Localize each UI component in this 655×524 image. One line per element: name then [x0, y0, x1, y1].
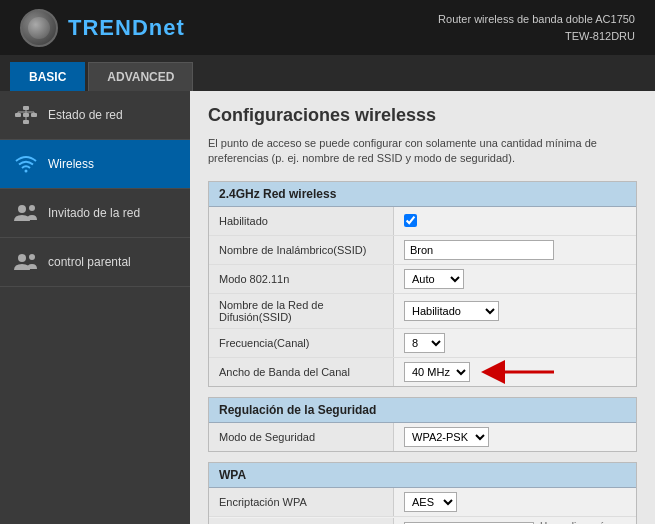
sidebar-item-invitado[interactable]: Invitado de la red	[0, 189, 190, 238]
select-canal[interactable]: 1234567891011	[404, 333, 445, 353]
value-security-mode: WPA2-PSK WPA-PSK WEP None	[394, 423, 636, 451]
label-password: Contraseña WAP	[209, 518, 394, 524]
sidebar-item-estado[interactable]: Estado de red	[0, 91, 190, 140]
tab-basic[interactable]: BASIC	[10, 62, 85, 91]
network-icon	[14, 103, 38, 127]
select-ancho[interactable]: 20 MHz 40 MHz Auto	[404, 362, 470, 382]
label-security-mode: Modo de Seguridad	[209, 423, 394, 451]
row-password: Contraseña WAP Haga clic aquí para mostr…	[209, 517, 636, 524]
label-ssid: Nombre de Inalámbrico(SSID)	[209, 236, 394, 264]
row-modo: Modo 802.11n Auto N only Mixed	[209, 265, 636, 294]
svg-rect-4	[23, 120, 29, 124]
select-security-mode[interactable]: WPA2-PSK WPA-PSK WEP None	[404, 427, 489, 447]
section-24ghz: 2.4GHz Red wireless Habilitado Nombre de…	[208, 181, 637, 387]
row-canal: Frecuencia(Canal) 1234567891011	[209, 329, 636, 358]
sidebar-label-invitado: Invitado de la red	[48, 206, 140, 220]
guest-icon	[14, 201, 38, 225]
section-wpa-body: Encriptación WPA AES TKIP Contraseña WAP…	[209, 488, 636, 524]
svg-rect-1	[15, 113, 21, 117]
row-encryption: Encriptación WPA AES TKIP	[209, 488, 636, 517]
value-canal: 1234567891011	[394, 329, 636, 357]
logo-net: net	[149, 15, 185, 40]
value-difusion: Habilitado Deshabilitado	[394, 297, 636, 325]
tab-advanced[interactable]: ADVANCED	[88, 62, 193, 91]
logo-circle-icon	[20, 9, 58, 47]
svg-rect-3	[31, 113, 37, 117]
header-info: Router wireless de banda doble AC1750 TE…	[438, 11, 635, 44]
select-modo[interactable]: Auto N only Mixed	[404, 269, 464, 289]
section-security-header: Regulación de la Seguridad	[209, 398, 636, 423]
product-line2: TEW-812DRU	[438, 28, 635, 45]
row-security-mode: Modo de Seguridad WPA2-PSK WPA-PSK WEP N…	[209, 423, 636, 451]
section-security: Regulación de la Seguridad Modo de Segur…	[208, 397, 637, 452]
svg-point-11	[25, 170, 28, 173]
parental-icon	[14, 250, 38, 274]
sidebar-label-control: control parental	[48, 255, 131, 269]
value-password: Haga clic aquí para mostrar	[394, 517, 636, 524]
page-title: Configuraciones wirelesss	[208, 105, 637, 126]
page-description: El punto de acceso se puede configurar c…	[208, 136, 637, 167]
content-area: Configuraciones wirelesss El punto de ac…	[190, 91, 655, 524]
value-habilitado	[394, 210, 636, 231]
section-security-body: Modo de Seguridad WPA2-PSK WPA-PSK WEP N…	[209, 423, 636, 451]
row-ssid: Nombre de Inalámbrico(SSID)	[209, 236, 636, 265]
section-24ghz-body: Habilitado Nombre de Inalámbrico(SSID) M…	[209, 207, 636, 386]
sidebar-label-wireless: Wireless	[48, 157, 94, 171]
sidebar-item-wireless[interactable]: Wireless	[0, 140, 190, 189]
sidebar-item-control[interactable]: control parental	[0, 238, 190, 287]
arrow-indicator-icon	[479, 358, 559, 386]
svg-point-12	[18, 205, 26, 213]
logo: TRENDnet	[20, 9, 185, 47]
section-wpa-header: WPA	[209, 463, 636, 488]
value-ancho: 20 MHz 40 MHz Auto	[394, 358, 636, 386]
select-difusion[interactable]: Habilitado Deshabilitado	[404, 301, 499, 321]
value-modo: Auto N only Mixed	[394, 265, 636, 293]
svg-rect-2	[23, 113, 29, 117]
input-ssid[interactable]	[404, 240, 554, 260]
label-difusion: Nombre de la Red de Difusión(SSID)	[209, 294, 394, 328]
row-ancho: Ancho de Banda del Canal 20 MHz 40 MHz A…	[209, 358, 636, 386]
logo-inner-icon	[28, 17, 50, 39]
product-line1: Router wireless de banda doble AC1750	[438, 11, 635, 28]
header: TRENDnet Router wireless de banda doble …	[0, 0, 655, 55]
svg-rect-0	[23, 106, 29, 110]
row-difusion: Nombre de la Red de Difusión(SSID) Habil…	[209, 294, 636, 329]
value-ssid	[394, 236, 636, 264]
select-encryption[interactable]: AES TKIP	[404, 492, 457, 512]
svg-point-15	[29, 254, 35, 260]
svg-point-13	[29, 205, 35, 211]
wireless-icon	[14, 152, 38, 176]
logo-text: TRENDnet	[68, 15, 185, 41]
section-wpa: WPA Encriptación WPA AES TKIP Contraseña…	[208, 462, 637, 524]
label-canal: Frecuencia(Canal)	[209, 329, 394, 357]
checkbox-habilitado[interactable]	[404, 214, 417, 227]
sidebar: Estado de red Wireless	[0, 91, 190, 524]
sidebar-label-estado: Estado de red	[48, 108, 123, 122]
value-encryption: AES TKIP	[394, 488, 636, 516]
row-habilitado: Habilitado	[209, 207, 636, 236]
svg-point-14	[18, 254, 26, 262]
label-ancho: Ancho de Banda del Canal	[209, 358, 394, 386]
main-layout: Estado de red Wireless	[0, 91, 655, 524]
label-encryption: Encriptación WPA	[209, 488, 394, 516]
logo-trend: TREND	[68, 15, 149, 40]
nav-tabs: BASIC ADVANCED	[0, 55, 655, 91]
label-habilitado: Habilitado	[209, 207, 394, 235]
label-modo: Modo 802.11n	[209, 265, 394, 293]
section-24ghz-header: 2.4GHz Red wireless	[209, 182, 636, 207]
